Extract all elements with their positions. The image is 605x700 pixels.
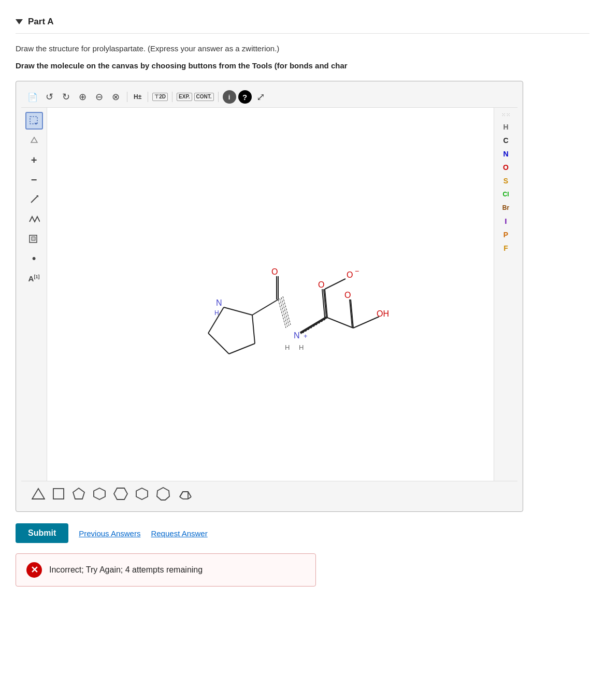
chair-icon xyxy=(178,488,194,500)
svg-marker-1 xyxy=(34,123,37,125)
svg-marker-48 xyxy=(157,488,169,500)
ring-icon xyxy=(28,233,40,245)
elements-sidebar: ⁙⁙ H C N O S Cl Br I P F xyxy=(494,108,517,481)
bond-tool-button[interactable] xyxy=(25,191,43,208)
pentagon-shape-button[interactable] xyxy=(72,487,85,501)
svg-marker-42 xyxy=(32,489,45,499)
shape-toolbar xyxy=(21,481,517,506)
text-tool-button[interactable]: A[1] xyxy=(25,269,43,287)
info-button[interactable]: i xyxy=(223,90,236,104)
incorrect-icon: ✕ xyxy=(26,562,42,578)
element-O-button[interactable]: O xyxy=(497,161,515,174)
element-F-button[interactable]: F xyxy=(497,242,515,254)
redo-button[interactable]: ↻ xyxy=(59,90,73,104)
hexagon-flat-shape-button[interactable] xyxy=(113,487,128,501)
hexagon-flat-icon xyxy=(113,487,128,501)
svg-line-9 xyxy=(252,315,255,344)
zoom-reset-button[interactable]: ⊗ xyxy=(108,90,123,104)
text-icon: A[1] xyxy=(28,274,40,283)
element-C-button[interactable]: C xyxy=(497,134,515,147)
new-document-button[interactable]: 📄 xyxy=(25,90,40,104)
request-answer-button[interactable]: Request Answer xyxy=(151,529,207,538)
fullscreen-button[interactable]: ⤢ xyxy=(254,90,268,104)
incorrect-message: Incorrect; Try Again; 4 attempts remaini… xyxy=(49,565,203,575)
svg-text:O: O xyxy=(271,267,278,276)
svg-line-29 xyxy=(327,318,353,328)
hexagon-alt-icon xyxy=(135,487,149,501)
instruction-text: Draw the structure for prolylaspartate. … xyxy=(16,43,589,55)
zoom-out-button[interactable]: ⊖ xyxy=(92,90,106,104)
eraser-tool-button[interactable] xyxy=(25,132,43,149)
hexagon-shape-button[interactable] xyxy=(93,487,106,501)
stereo-bond-1 xyxy=(278,296,291,328)
svg-rect-43 xyxy=(53,489,64,499)
toolbar-separator-3 xyxy=(172,92,172,102)
svg-line-49 xyxy=(180,492,183,497)
part-header: Part A xyxy=(16,10,589,34)
svg-rect-6 xyxy=(32,237,35,240)
svg-line-7 xyxy=(208,333,229,354)
chain-tool-button[interactable] xyxy=(25,210,43,228)
canvas-editor: 📄 ↺ ↻ ⊕ ⊖ ⊗ H± ⊤2D EXP. xyxy=(16,81,523,512)
cont-button[interactable]: CONT. xyxy=(194,93,214,101)
triangle-icon xyxy=(32,487,45,501)
square-shape-button[interactable] xyxy=(52,488,65,500)
dots-pattern: ⁙⁙ xyxy=(501,112,511,118)
help-button[interactable]: ? xyxy=(238,90,252,104)
svg-line-30 xyxy=(353,317,379,328)
select-icon xyxy=(29,116,39,126)
svg-line-3 xyxy=(31,196,37,203)
select-tool-button[interactable] xyxy=(25,112,43,130)
dot-tool-button[interactable]: • xyxy=(25,250,43,267)
element-N-button[interactable]: N xyxy=(497,148,515,160)
zoom-reset-icon: ⊗ xyxy=(112,91,120,103)
remove-charge-button[interactable]: − xyxy=(25,171,43,189)
molecule-svg: N H O xyxy=(141,204,400,385)
canvas-body: + − xyxy=(21,108,517,481)
element-H-button[interactable]: H xyxy=(497,121,515,133)
svg-text:O: O xyxy=(318,280,324,289)
svg-text:N: N xyxy=(294,331,300,340)
collapse-icon[interactable] xyxy=(16,19,23,24)
element-Cl-button[interactable]: Cl xyxy=(497,188,515,201)
svg-marker-44 xyxy=(73,488,84,499)
minus-icon: − xyxy=(31,174,37,186)
svg-marker-2 xyxy=(31,137,37,142)
svg-text:N: N xyxy=(216,298,222,307)
h-label-button[interactable]: H± xyxy=(132,92,143,102)
page-container: Part A Draw the structure for prolylaspa… xyxy=(0,0,605,597)
exp-button[interactable]: EXP. xyxy=(177,93,192,101)
zoom-out-icon: ⊖ xyxy=(95,91,103,103)
heptagon-shape-button[interactable] xyxy=(156,487,170,501)
previous-answers-button[interactable]: Previous Answers xyxy=(79,529,140,538)
svg-marker-47 xyxy=(136,488,148,499)
new-document-icon: 📄 xyxy=(27,92,38,102)
hexagon-alt-shape-button[interactable] xyxy=(135,487,149,501)
add-charge-button[interactable]: + xyxy=(25,151,43,169)
element-I-button[interactable]: I xyxy=(497,215,515,227)
2d-button[interactable]: ⊤2D xyxy=(152,93,168,101)
redo-icon: ↻ xyxy=(62,91,70,103)
drawing-canvas[interactable]: N H O xyxy=(47,108,494,481)
svg-line-39 xyxy=(325,279,345,289)
svg-line-27 xyxy=(300,318,326,333)
instruction-bold: Draw the molecule on the canvas by choos… xyxy=(16,60,589,72)
bond-icon xyxy=(29,194,39,205)
toolbar-separator-2 xyxy=(148,92,148,102)
element-S-button[interactable]: S xyxy=(497,175,515,187)
dot-icon: • xyxy=(32,252,36,265)
toolbar-separator-1 xyxy=(127,92,127,102)
svg-line-28 xyxy=(301,319,327,334)
submit-button[interactable]: Submit xyxy=(16,523,68,543)
chair-shape-button[interactable] xyxy=(178,488,194,500)
chain-icon xyxy=(28,215,40,224)
triangle-shape-button[interactable] xyxy=(32,487,45,501)
svg-text:−: − xyxy=(355,267,359,275)
svg-marker-46 xyxy=(114,488,127,499)
ring-tool-button[interactable] xyxy=(25,230,43,248)
svg-line-8 xyxy=(229,344,255,354)
undo-button[interactable]: ↺ xyxy=(42,90,56,104)
zoom-in-button[interactable]: ⊕ xyxy=(75,90,90,104)
element-P-button[interactable]: P xyxy=(497,228,515,241)
element-Br-button[interactable]: Br xyxy=(497,202,515,214)
